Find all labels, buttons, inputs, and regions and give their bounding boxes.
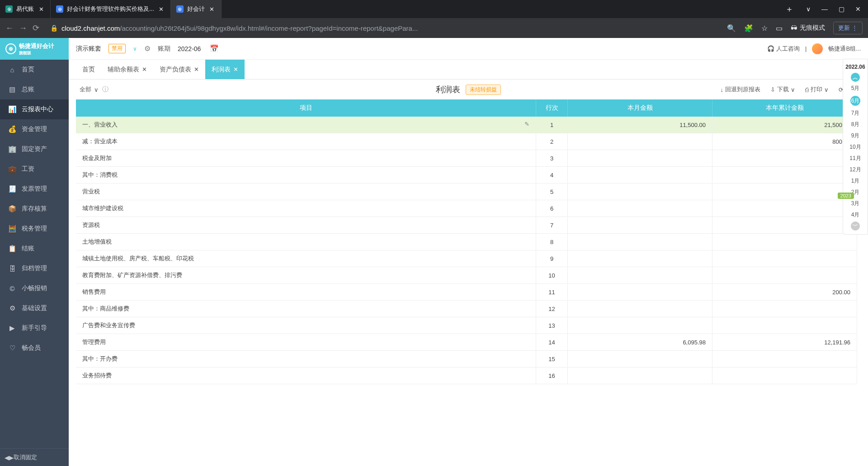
tab-close-icon[interactable]: ✕ [38, 5, 45, 13]
support-link[interactable]: 🎧 人工咨询 [767, 45, 800, 53]
gear-icon[interactable]: ⚙ [144, 44, 151, 53]
table-row[interactable]: 管理费用 14 6,095.98 12,191.96 [76, 334, 857, 351]
account-name[interactable]: 演示账套 [76, 45, 101, 53]
sidebar-item[interactable]: 📋 结账 [0, 239, 69, 259]
tab-close-icon[interactable]: ✕ [233, 66, 238, 73]
month-item[interactable]: 12月 [843, 164, 868, 175]
sidebar-item[interactable]: ▶ 新手引导 [0, 318, 69, 338]
sidebar-footer[interactable]: ◀▶ 取消固定 [0, 448, 69, 466]
sidebar-item[interactable]: ♡ 畅会员 [0, 338, 69, 358]
new-tab-button[interactable]: ＋ [780, 4, 799, 14]
maximize-button[interactable]: ▢ [839, 5, 844, 13]
forward-button[interactable]: → [19, 24, 27, 33]
cell-month-amount [568, 217, 712, 234]
browser-tab[interactable]: ⊕ 易代账 ✕ [0, 0, 51, 18]
sidebar-item[interactable]: ▤ 总账 [0, 80, 69, 99]
user-avatar[interactable] [812, 43, 823, 54]
reload-button[interactable]: ⟳ [33, 23, 39, 33]
month-item[interactable]: 5月 [843, 83, 868, 94]
table-row[interactable]: 营业税 5 [76, 184, 857, 200]
disabled-badge: 禁用 [108, 44, 126, 53]
table-wrap[interactable]: › 项目 行次 本月金额 本年累计金额 一、营业收入✎ 1 11,500.00 … [69, 99, 868, 466]
table-row[interactable]: 广告费和业务宣传费 13 [76, 317, 857, 334]
toolbar-icons: 🔍 🧩 ☆ ▭ 🕶 无痕模式 更新 ⋮ [727, 22, 863, 34]
table-row[interactable]: 税金及附加 3 [76, 150, 857, 167]
month-item[interactable]: 4月 [843, 209, 868, 221]
close-window-button[interactable]: ✕ [855, 5, 861, 13]
reset-button[interactable]: ↓ 回退到原报表 [721, 85, 761, 94]
cell-month-amount: 6,095.98 [568, 334, 712, 351]
user-name[interactable]: 畅捷通B组... [828, 45, 861, 53]
back-button[interactable]: ← [5, 24, 14, 33]
table-row[interactable]: 教育费附加、矿产资源补偿费、排污费 10 [76, 267, 857, 284]
month-item[interactable]: 1月 [843, 175, 868, 187]
sidebar-item[interactable]: ⌂ 首页 [0, 60, 69, 80]
sidebar-item[interactable]: 🗄 归档管理 [0, 259, 69, 278]
help-icon[interactable]: ⓘ [102, 85, 108, 94]
tab-close-icon[interactable]: ✕ [158, 5, 165, 13]
month-item[interactable]: 11月 [843, 153, 868, 164]
account-dropdown-icon[interactable]: ∨ [133, 46, 137, 52]
sidebar-item-icon: ▶ [8, 324, 16, 332]
sidebar-item[interactable]: 📊 云报表中心 [0, 99, 69, 119]
cell-month-amount [568, 317, 712, 334]
month-next-button[interactable]: ︾ [851, 221, 860, 231]
tab-close-icon[interactable]: ✕ [208, 5, 216, 13]
table-row[interactable]: 城市维护建设税 6 [76, 200, 857, 217]
tab-close-icon[interactable]: ✕ [142, 66, 147, 73]
zoom-icon[interactable]: 🔍 [727, 24, 736, 33]
month-item[interactable]: 8月 [843, 119, 868, 130]
reading-list-icon[interactable]: ▭ [776, 24, 783, 33]
table-row[interactable]: 其中：开办费 15 [76, 351, 857, 367]
month-item[interactable]: 3月 [843, 198, 868, 209]
app-tab[interactable]: 首页 [76, 60, 101, 79]
logo-icon: ⊕ [5, 43, 16, 54]
month-item[interactable]: 9月 [843, 130, 868, 141]
sidebar-item[interactable]: 💰 资金管理 [0, 119, 69, 139]
sidebar-item[interactable]: 📦 库存核算 [0, 199, 69, 219]
minimize-button[interactable]: ― [821, 5, 828, 13]
sidebar-item[interactable]: 🧾 发票管理 [0, 179, 69, 199]
filter-dropdown[interactable]: 全部 ∨ [80, 85, 99, 94]
sidebar: ⊕ 畅捷通好会计 旗舰版 ⌂ 首页 ▤ 总账 📊 云报表中心 💰 资金管理 🏢 … [0, 38, 69, 466]
month-item[interactable]: 7月 [843, 108, 868, 119]
table-row[interactable]: 其中：商品维修费 12 [76, 301, 857, 317]
sidebar-item[interactable]: 💼 工资 [0, 159, 69, 179]
tab-close-icon[interactable]: ✕ [194, 66, 199, 73]
table-row[interactable]: 业务招待费 16 [76, 367, 857, 384]
table-row[interactable]: 城镇土地使用税、房产税、车船税、印花税 9 [76, 250, 857, 267]
app-tab[interactable]: 利润表✕ [205, 60, 245, 79]
download-button[interactable]: ⇩ 下载 ∨ [770, 85, 795, 94]
calendar-icon[interactable]: 📅 [210, 44, 219, 53]
browser-tab[interactable]: ⊕ 好会计财务管理软件购买价格及... ✕ [51, 0, 171, 18]
update-button[interactable]: 更新 ⋮ [833, 22, 863, 34]
month-item[interactable]: 6月 [843, 94, 868, 108]
cell-item: 其中：开办费 [76, 351, 536, 367]
bookmark-icon[interactable]: ☆ [761, 24, 768, 33]
sidebar-item[interactable]: ⚙ 基础设置 [0, 298, 69, 318]
cell-item: 业务招待费 [76, 367, 536, 384]
table-row[interactable]: 销售费用 11 200.00 [76, 284, 857, 301]
table-row[interactable]: 土地增值税 8 [76, 234, 857, 250]
sidebar-item[interactable]: 🧮 税务管理 [0, 219, 69, 239]
table-row[interactable]: 减：营业成本 2 800.00 [76, 133, 857, 150]
table-row[interactable]: 其中：消费税 4 [76, 167, 857, 184]
sidebar-item[interactable]: © 小畅报销 [0, 278, 69, 298]
month-item[interactable]: 10月 [843, 141, 868, 153]
address-bar[interactable]: 🔒 cloud2.chanjet.com/accounting/uh26t264… [45, 24, 722, 32]
print-button[interactable]: ⎙ 打印 ∨ [805, 85, 829, 94]
browser-tab[interactable]: ⊕ 好会计 ✕ [171, 0, 222, 18]
extension-icon[interactable]: 🧩 [744, 24, 753, 33]
cell-row-num: 6 [536, 200, 568, 217]
table-row[interactable]: 资源税 7 [76, 217, 857, 234]
window-dropdown[interactable]: ∨ [806, 5, 811, 13]
edit-icon[interactable]: ✎ [524, 121, 529, 127]
sidebar-item-label: 固定资产 [22, 145, 47, 153]
app-tab[interactable]: 辅助余额表✕ [101, 60, 153, 79]
month-prev-button[interactable]: ︽ [851, 73, 860, 82]
sidebar-item[interactable]: 🏢 固定资产 [0, 139, 69, 159]
period-value[interactable]: 2022-06 [178, 45, 201, 52]
table-row[interactable]: 一、营业收入✎ 1 11,500.00 21,500.00 [76, 117, 857, 133]
sidebar-logo[interactable]: ⊕ 畅捷通好会计 旗舰版 [0, 38, 69, 60]
app-tab[interactable]: 资产负债表✕ [153, 60, 205, 79]
